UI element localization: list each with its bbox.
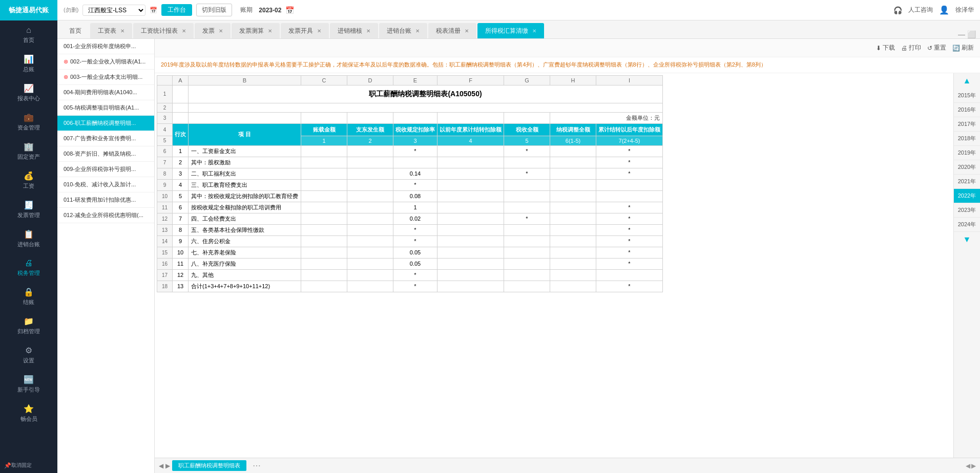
cell-B2[interactable]	[189, 103, 663, 112]
cell-h-16[interactable]	[550, 258, 596, 269]
sidebar-item-archive[interactable]: 📁 归档管理	[0, 311, 57, 340]
cell-line-17[interactable]: 12	[173, 269, 189, 281]
cell-c-13[interactable]	[301, 224, 347, 235]
bottom-more-btn[interactable]: ⋯	[253, 461, 261, 470]
sidebar-item-tax-mgmt[interactable]: 🖨 税务管理	[0, 253, 57, 282]
year-item-2022[interactable]: 2022年	[954, 189, 980, 203]
tab-invoice-close[interactable]: ✕	[219, 28, 223, 34]
tab-sales-check-close[interactable]: ✕	[366, 28, 370, 34]
cell-item-9[interactable]: 三、职工教育经费支出	[189, 179, 301, 190]
cell-item-16[interactable]: 八、补充医疗保险	[189, 258, 301, 269]
cell-i-16[interactable]: *	[596, 258, 663, 269]
cell-item-7[interactable]: 其中：股权激励	[189, 157, 301, 168]
tab-sales-ledger-close[interactable]: ✕	[415, 28, 420, 34]
year-down-btn[interactable]: ▼	[954, 232, 980, 247]
cell-e-12[interactable]: 0.02	[393, 213, 437, 224]
cell-d-10[interactable]	[347, 190, 393, 202]
cell-item-8[interactable]: 二、职工福利支出	[189, 168, 301, 179]
sidebar-item-payroll[interactable]: 💰 工资	[0, 166, 57, 195]
cell-d-12[interactable]	[347, 213, 393, 224]
sidebar-item-home[interactable]: ⌂ 首页	[0, 20, 57, 49]
cell-line-15[interactable]: 10	[173, 247, 189, 258]
download-btn[interactable]: ⬇ 下载	[876, 44, 895, 52]
cell-i-11[interactable]: *	[596, 202, 663, 213]
tab-tax-register[interactable]: 税表清册 ✕	[428, 23, 476, 38]
cell-g-16[interactable]	[504, 258, 550, 269]
cell-F3[interactable]	[437, 112, 504, 123]
tab-invoice-calc[interactable]: 发票测算 ✕	[232, 23, 280, 38]
cell-e-13[interactable]: *	[393, 224, 437, 235]
cell-d-6[interactable]	[347, 145, 393, 157]
reset-btn[interactable]: ↺ 重置	[927, 44, 946, 52]
cell-g-14[interactable]	[504, 235, 550, 247]
bottom-nav-right[interactable]: ▶	[165, 462, 170, 469]
tab-window-maximize[interactable]: ⬜	[967, 30, 976, 38]
tab-income-tax-close[interactable]: ✕	[532, 28, 536, 34]
cell-i-6[interactable]: *	[596, 145, 663, 157]
cell-line-6[interactable]: 1	[173, 145, 189, 157]
cell-item-10[interactable]: 其中：按税收规定比例扣除的职工教育经费	[189, 190, 301, 202]
left-menu-item-006[interactable]: 006-职工薪酬纳税调整明细...	[57, 116, 154, 131]
year-item-2023[interactable]: 2023年	[954, 203, 980, 218]
cell-c-7[interactable]	[301, 157, 347, 168]
tab-window-minimize[interactable]: —	[958, 30, 965, 38]
cell-f-11[interactable]	[437, 202, 504, 213]
sidebar-item-sales-ledger[interactable]: 📋 进销台账	[0, 224, 57, 253]
cell-i-9[interactable]	[596, 179, 663, 190]
period-calendar-icon[interactable]: 📅	[285, 6, 294, 14]
left-menu-item-009[interactable]: 009-企业所得税弥补亏损明...	[57, 162, 154, 177]
cell-h-12[interactable]	[550, 213, 596, 224]
cell-h-14[interactable]	[550, 235, 596, 247]
cell-f-12[interactable]	[437, 213, 504, 224]
cell-h-15[interactable]	[550, 247, 596, 258]
year-item-2020[interactable]: 2020年	[954, 160, 980, 175]
cell-d-13[interactable]	[347, 224, 393, 235]
left-menu-item-001[interactable]: 001-企业所得税年度纳税申...	[57, 39, 154, 54]
cell-line-13[interactable]: 8	[173, 224, 189, 235]
cell-g-15[interactable]	[504, 247, 550, 258]
cell-g-12[interactable]: *	[504, 213, 550, 224]
sidebar-item-reports[interactable]: 📈 报表中心	[0, 78, 57, 107]
left-menu-item-010[interactable]: 010-免税、减计收入及加计...	[57, 177, 154, 192]
cell-c-15[interactable]	[301, 247, 347, 258]
cell-c-10[interactable]	[301, 190, 347, 202]
cell-f-9[interactable]	[437, 179, 504, 190]
left-menu-item-004[interactable]: 004-期间费用明细表(A1040...	[57, 85, 154, 100]
cell-e-18[interactable]: *	[393, 281, 437, 292]
cell-line-16[interactable]: 11	[173, 258, 189, 269]
switch-period-button[interactable]: 切到旧版	[196, 4, 232, 16]
cell-A1[interactable]	[173, 85, 189, 103]
tab-tax-register-close[interactable]: ✕	[465, 28, 469, 34]
cell-g-17[interactable]	[504, 269, 550, 281]
cell-item-17[interactable]: 九、其他	[189, 269, 301, 281]
cell-h-6[interactable]	[550, 145, 596, 157]
cell-line-14[interactable]: 9	[173, 235, 189, 247]
tab-payroll-stats[interactable]: 工资统计报表 ✕	[133, 23, 194, 38]
print-btn[interactable]: 🖨 打印	[901, 44, 921, 52]
cell-i-10[interactable]	[596, 190, 663, 202]
cell-c-12[interactable]	[301, 213, 347, 224]
year-item-2024[interactable]: 2024年	[954, 218, 980, 232]
sidebar-item-assets-mgmt[interactable]: 💼 资金管理	[0, 107, 57, 137]
cell-B3[interactable]	[189, 112, 301, 123]
left-menu-item-002[interactable]: ⊗002-一般企业收入明细表(A1...	[57, 54, 154, 70]
cell-line-11[interactable]: 6	[173, 202, 189, 213]
cell-e-6[interactable]: *	[393, 145, 437, 157]
cell-f-7[interactable]	[437, 157, 504, 168]
cell-f-17[interactable]	[437, 269, 504, 281]
sidebar-item-fixed-assets[interactable]: 🏢 固定资产	[0, 137, 57, 166]
cell-i-13[interactable]: *	[596, 224, 663, 235]
cell-h-13[interactable]	[550, 224, 596, 235]
left-menu-item-007[interactable]: 007-广告费和业务宣传费明...	[57, 131, 154, 146]
cell-line-10[interactable]: 5	[173, 190, 189, 202]
cell-d-11[interactable]	[347, 202, 393, 213]
cell-line-8[interactable]: 3	[173, 168, 189, 179]
cell-c-11[interactable]	[301, 202, 347, 213]
cell-e-7[interactable]	[393, 157, 437, 168]
tab-invoice-calc-close[interactable]: ✕	[268, 28, 272, 34]
cell-f-16[interactable]	[437, 258, 504, 269]
cell-c-8[interactable]	[301, 168, 347, 179]
cell-item-13[interactable]: 五、各类基本社会保障性缴款	[189, 224, 301, 235]
company-select[interactable]: 江西般宝-LSS	[82, 5, 145, 16]
cell-line-18[interactable]: 13	[173, 281, 189, 292]
